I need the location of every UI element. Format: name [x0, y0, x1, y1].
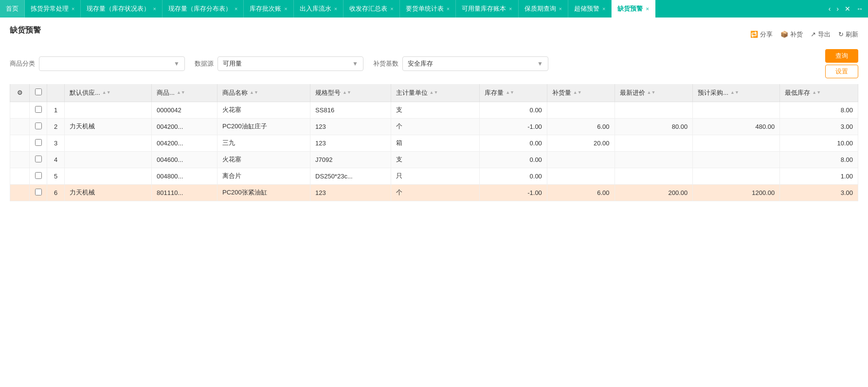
- row-supplier: 力天机械: [65, 184, 152, 201]
- col-spec[interactable]: 规格型号 ▲▼: [310, 84, 391, 102]
- nav-tab-收发存汇总表[interactable]: 收发存汇总表×: [344, 0, 399, 18]
- tab-close-icon[interactable]: ×: [153, 6, 156, 12]
- page-header: 缺货预警 🔁 分享 📦 补货 ↗ 导出 ↻ 刷新: [10, 25, 858, 43]
- row-stock-qty: 0.00: [480, 102, 547, 118]
- row-settings-cell: [10, 102, 30, 118]
- settings-button[interactable]: 设置: [825, 65, 858, 78]
- nav-tab-超储预警[interactable]: 超储预警×: [568, 0, 612, 18]
- row-checkbox-cell: [30, 168, 47, 184]
- row-checkbox-cell: [30, 151, 47, 168]
- nav-tab-缺货预警[interactable]: 缺货预警×: [612, 0, 655, 18]
- tab-close-icon[interactable]: ×: [602, 6, 605, 12]
- row-product-code: 004600...: [152, 151, 217, 168]
- row-replenish-qty: 6.00: [547, 184, 615, 201]
- sort-icon-min-stock: ▲▼: [812, 90, 821, 95]
- datasource-select[interactable]: 可用量 ▼: [217, 56, 363, 71]
- tab-close-icon[interactable]: ×: [72, 6, 74, 12]
- table-row: 4004600...火花塞J7092支0.008.00: [10, 151, 858, 168]
- row-replenish-qty: [547, 151, 615, 168]
- row-estimated-purchase: 1200.00: [693, 184, 780, 201]
- refresh-icon: ↻: [838, 31, 844, 38]
- main-content: 缺货预警 🔁 分享 📦 补货 ↗ 导出 ↻ 刷新 商品分类: [0, 18, 868, 387]
- col-settings[interactable]: ⚙: [10, 84, 30, 102]
- row-min-stock: 8.00: [780, 151, 858, 168]
- export-action[interactable]: ↗ 导出: [811, 30, 831, 39]
- sort-icon-code: ▲▼: [177, 90, 185, 95]
- row-stock-qty: -1.00: [480, 184, 547, 201]
- datasource-value: 可用量: [223, 59, 352, 68]
- row-settings-cell: [10, 118, 30, 135]
- tab-close-icon[interactable]: ×: [235, 6, 237, 12]
- row-checkbox[interactable]: [35, 139, 42, 146]
- row-product-name: 离合片: [217, 168, 310, 184]
- col-product-name[interactable]: 商品名称 ▲▼: [217, 84, 310, 102]
- nav-next-button[interactable]: ›: [833, 0, 842, 18]
- table-header-row: ⚙ 默认供应... ▲▼ 商品... ▲▼: [10, 84, 858, 102]
- row-unit: 只: [391, 168, 480, 184]
- tab-close-icon[interactable]: ×: [390, 6, 393, 12]
- row-supplier: [65, 102, 152, 118]
- row-min-stock: 3.00: [780, 118, 858, 135]
- col-min-stock[interactable]: 最低库存 ▲▼: [780, 84, 858, 102]
- row-seq: 4: [47, 151, 65, 168]
- row-checkbox[interactable]: [35, 189, 42, 195]
- col-latest-price[interactable]: 最新进价 ▲▼: [615, 84, 693, 102]
- row-min-stock: 8.00: [780, 102, 858, 118]
- tab-close-icon[interactable]: ×: [509, 6, 512, 12]
- nav-tab-保质期查询[interactable]: 保质期查询×: [519, 0, 568, 18]
- share-action[interactable]: 🔁 分享: [750, 30, 773, 39]
- refresh-action[interactable]: ↻ 刷新: [838, 30, 858, 39]
- query-button[interactable]: 查询: [825, 49, 858, 63]
- tab-close-icon[interactable]: ×: [334, 6, 337, 12]
- row-checkbox[interactable]: [35, 156, 42, 162]
- row-spec: SS816: [310, 102, 391, 118]
- category-select[interactable]: ▼: [39, 56, 185, 71]
- row-replenish-qty: 20.00: [547, 135, 615, 151]
- row-unit: 个: [391, 184, 480, 201]
- select-all-checkbox[interactable]: [35, 88, 42, 95]
- col-stock-qty[interactable]: 库存量 ▲▼: [480, 84, 547, 102]
- tab-close-icon[interactable]: ×: [646, 6, 649, 12]
- col-unit[interactable]: 主计量单位 ▲▼: [391, 84, 480, 102]
- row-settings-cell: [10, 151, 30, 168]
- nav-fullscreen-button[interactable]: ↔: [853, 0, 866, 18]
- nav-tab-可用量库存账本[interactable]: 可用量库存账本×: [456, 0, 518, 18]
- row-stock-qty: -1.00: [480, 118, 547, 135]
- nav-tab-首页[interactable]: 首页: [0, 0, 25, 18]
- row-estimated-purchase: [693, 151, 780, 168]
- row-estimated-purchase: 480.00: [693, 118, 780, 135]
- filter-row: 商品分类 ▼ 数据源 可用量 ▼ 补货基数 安全库存 ▼ 查询 设置: [10, 49, 858, 78]
- datasource-filter-group: 数据源 可用量 ▼: [195, 56, 363, 71]
- datasource-label: 数据源: [195, 59, 214, 68]
- tab-close-icon[interactable]: ×: [284, 6, 287, 12]
- row-settings-cell: [10, 184, 30, 201]
- col-product-code[interactable]: 商品... ▲▼: [152, 84, 217, 102]
- nav-tab-出入库流水[interactable]: 出入库流水×: [294, 0, 344, 18]
- nav-tab-要货单统计表[interactable]: 要货单统计表×: [400, 0, 456, 18]
- row-checkbox-cell: [30, 118, 47, 135]
- nav-tab-现存量-库存状况表-[interactable]: 现存量（库存状况表）×: [81, 0, 162, 18]
- replenish-base-select[interactable]: 安全库存 ▼: [402, 56, 548, 71]
- replenish-action[interactable]: 📦 补货: [780, 30, 803, 39]
- row-checkbox-cell: [30, 102, 47, 118]
- nav-tab-库存批次账[interactable]: 库存批次账×: [244, 0, 293, 18]
- tab-close-icon[interactable]: ×: [559, 6, 562, 12]
- col-replenish-qty[interactable]: 补货量 ▲▼: [547, 84, 615, 102]
- sort-icon-name: ▲▼: [250, 90, 258, 95]
- col-default-supplier[interactable]: 默认供应... ▲▼: [65, 84, 152, 102]
- row-unit: 个: [391, 118, 480, 135]
- export-icon: ↗: [811, 31, 816, 38]
- row-checkbox[interactable]: [35, 123, 42, 129]
- row-checkbox[interactable]: [35, 106, 42, 113]
- row-checkbox[interactable]: [35, 172, 42, 179]
- nav-tab-拣货异常处理[interactable]: 拣货异常处理×: [25, 0, 81, 18]
- row-product-name: 火花塞: [217, 151, 310, 168]
- row-settings-cell: [10, 135, 30, 151]
- row-min-stock: 3.00: [780, 184, 858, 201]
- nav-close-button[interactable]: ✕: [842, 0, 853, 18]
- nav-prev-button[interactable]: ‹: [826, 0, 834, 18]
- nav-tab-现存量-库存分布表-[interactable]: 现存量（库存分布表）×: [163, 0, 244, 18]
- table-row: 10000042火花塞SS816支0.008.00: [10, 102, 858, 118]
- tab-close-icon[interactable]: ×: [447, 6, 450, 12]
- col-estimated-purchase[interactable]: 预计采购... ▲▼: [693, 84, 780, 102]
